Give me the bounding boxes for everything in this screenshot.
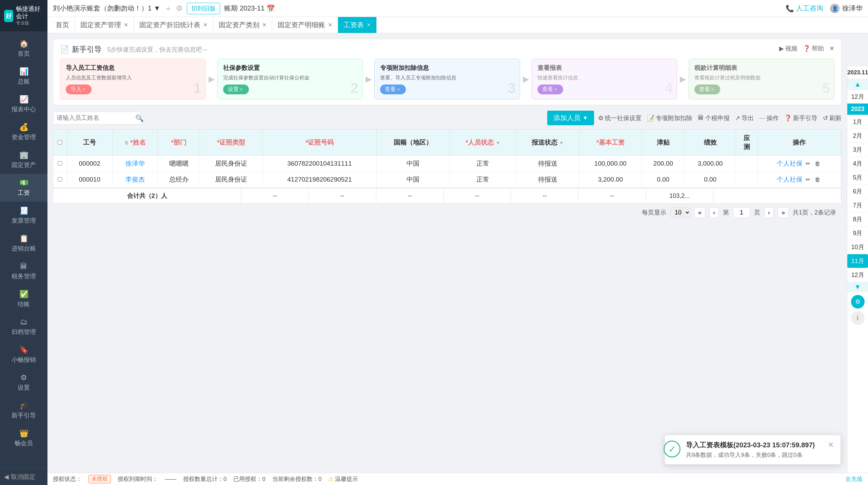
sidebar-item-guide[interactable]: 🎓 新手引导	[0, 396, 47, 424]
guide-step-4-btn[interactable]: 查看＞	[537, 85, 563, 94]
notif-close-btn[interactable]: ✕	[828, 441, 834, 449]
sidebar-item-expense[interactable]: 🔖 小畅报销	[0, 341, 47, 369]
cal-month-12prev[interactable]: 12月	[847, 90, 868, 104]
guide-video-btn[interactable]: ▶ 视频	[779, 44, 797, 53]
tab-assets-mgmt[interactable]: 固定资产管理 ✕	[75, 17, 134, 33]
row2-name-link[interactable]: 李俊杰	[125, 176, 145, 183]
guide-step-3-btn[interactable]: 查看＞	[380, 85, 406, 94]
tab-close-asset-category[interactable]: ✕	[262, 22, 267, 28]
row1-delete-icon[interactable]: 🗑	[815, 161, 821, 167]
guide-step-5-btn[interactable]: 查看＞	[694, 85, 720, 94]
export-btn[interactable]: ↗ 导出	[735, 114, 754, 122]
first-page-btn[interactable]: «	[694, 207, 705, 218]
sidebar-item-home[interactable]: 🏠 首页	[0, 35, 47, 62]
newbie-guide-btn[interactable]: ❓ 新手引导	[784, 114, 817, 122]
calendar-icon[interactable]: 📅	[267, 4, 275, 13]
per-page-select[interactable]: 10 20 50	[670, 207, 690, 218]
tab-asset-category[interactable]: 固定资产类别 ✕	[213, 17, 272, 33]
sidebar-label-guide: 新手引导	[12, 411, 36, 419]
sidebar-item-invoice[interactable]: 🧾 发票管理	[0, 202, 47, 229]
sidebar-item-archive[interactable]: 🗂 归档管理	[0, 313, 47, 341]
operations-btn[interactable]: ⋯ 操作	[759, 114, 779, 122]
social-security-btn[interactable]: ⚙ 统一社保设置	[598, 114, 642, 122]
cal-month-9[interactable]: 9月	[847, 226, 868, 240]
col-name-sort-icon[interactable]: ⇅	[124, 140, 129, 146]
cal-info-btn[interactable]: ℹ	[851, 311, 865, 325]
tab-home[interactable]: 首页	[50, 17, 75, 33]
guide-close-btn[interactable]: ✕	[829, 45, 834, 52]
cal-action-btn[interactable]: ⚙	[851, 295, 865, 309]
cal-scroll-down[interactable]: ▼	[847, 282, 868, 292]
sidebar-item-member[interactable]: 👑 畅会员	[0, 424, 47, 452]
cal-month-2[interactable]: 2月	[847, 129, 868, 143]
row2-ops-label[interactable]: 个人社保	[777, 176, 803, 183]
sidebar-unpin[interactable]: ◀ 取消固定	[0, 468, 47, 485]
export-label: 导出	[742, 114, 754, 122]
step-arrow-2: ▶	[363, 59, 374, 99]
cal-month-4[interactable]: 4月	[847, 156, 868, 170]
row2-checkbox[interactable]	[58, 177, 62, 182]
row1-name-link[interactable]: 徐泽华	[125, 160, 145, 167]
cal-month-1[interactable]: 1月	[847, 115, 868, 129]
tab-depreciation[interactable]: 固定资产折旧统计表 ✕	[134, 17, 213, 33]
next-page-btn[interactable]: ›	[764, 207, 774, 218]
sidebar-item-reports[interactable]: 📈 报表中心	[0, 90, 47, 118]
sidebar-item-purchase[interactable]: 📋 进销台账	[0, 229, 47, 257]
add-account-icon[interactable]: ＋	[164, 3, 172, 14]
cal-month-3[interactable]: 3月	[847, 143, 868, 156]
sidebar-item-assets[interactable]: 🏢 固定资产	[0, 146, 47, 174]
refresh-btn[interactable]: ↺ 刷新	[823, 114, 842, 122]
page-suffix: 页	[754, 208, 760, 217]
tab-asset-detail[interactable]: 固定资产明细账 ✕	[272, 17, 338, 33]
sidebar-item-closing[interactable]: ✅ 结账	[0, 285, 47, 313]
cal-month-5[interactable]: 5月	[847, 170, 868, 184]
row1-edit-icon[interactable]: ✏	[806, 161, 810, 167]
sidebar-item-salary[interactable]: 💵 工资	[0, 174, 47, 202]
cal-month-8[interactable]: 8月	[847, 212, 868, 226]
tab-close-asset-detail[interactable]: ✕	[328, 22, 332, 28]
cal-month-10[interactable]: 10月	[847, 240, 868, 254]
user-menu[interactable]: 👤 徐泽华	[830, 4, 863, 13]
cal-month-12next[interactable]: 12月	[847, 268, 868, 282]
search-box[interactable]: 🔍	[53, 112, 141, 125]
guide-help-btn[interactable]: ❓ 帮助	[803, 44, 824, 53]
row2-edit-icon[interactable]: ✏	[806, 176, 810, 183]
recharge-btn[interactable]: 去充值	[845, 475, 863, 483]
tab-close-depreciation[interactable]: ✕	[203, 22, 208, 28]
page-number-input[interactable]	[733, 207, 750, 218]
last-page-btn[interactable]: »	[778, 207, 789, 218]
settings-gear-icon[interactable]: ⚙	[176, 4, 183, 13]
funds-icon: 💰	[19, 123, 28, 132]
row2-nationality: 中国	[377, 172, 450, 188]
tab-payroll[interactable]: 工资表 ✕	[338, 17, 377, 33]
member-icon: 👑	[19, 429, 28, 438]
tab-close-payroll[interactable]: ✕	[367, 22, 371, 28]
report-status-filter-icon[interactable]: ▼	[559, 140, 564, 146]
add-person-btn[interactable]: 添加人员 ▼	[547, 111, 594, 125]
cal-scroll-up[interactable]: ▲	[847, 79, 868, 90]
prev-page-btn[interactable]: ‹	[709, 207, 719, 218]
guide-step-2-btn[interactable]: 设置＞	[223, 85, 249, 94]
cal-month-6[interactable]: 6月	[847, 184, 868, 198]
switch-version-btn[interactable]: 切到旧版	[187, 3, 220, 14]
guide-step-1-btn[interactable]: 导入＞	[66, 85, 92, 94]
cal-month-7[interactable]: 7月	[847, 198, 868, 212]
cal-month-11[interactable]: 11月	[847, 254, 868, 268]
sidebar-item-funds[interactable]: 💰 资金管理	[0, 118, 47, 146]
search-input[interactable]	[57, 114, 135, 122]
remain-auth-label: 当前剩余授权数：0	[272, 475, 321, 483]
tab-close-assets-mgmt[interactable]: ✕	[124, 22, 128, 28]
special-deduction-btn[interactable]: 📝 专项附加扣除	[647, 114, 692, 122]
row1-ops-label[interactable]: 个人社保	[777, 160, 803, 167]
customer-service[interactable]: 📞 人工咨询	[786, 4, 823, 13]
select-all-checkbox[interactable]	[58, 140, 62, 145]
account-selector[interactable]: 刘小艳演示账套（勿删勿动！）1 ▼	[53, 4, 160, 13]
sidebar-item-settings[interactable]: ⚙ 设置	[0, 369, 47, 396]
sidebar-item-ledger[interactable]: 📊 总账	[0, 62, 47, 90]
footer-val-2: --	[309, 189, 376, 203]
sidebar-item-tax[interactable]: 🏛 税务管理	[0, 257, 47, 285]
tax-report-btn[interactable]: 🏛 个税申报	[698, 114, 730, 122]
row2-delete-icon[interactable]: 🗑	[815, 176, 821, 183]
row1-checkbox[interactable]	[58, 161, 62, 166]
status-filter-icon[interactable]: ▼	[496, 140, 500, 146]
